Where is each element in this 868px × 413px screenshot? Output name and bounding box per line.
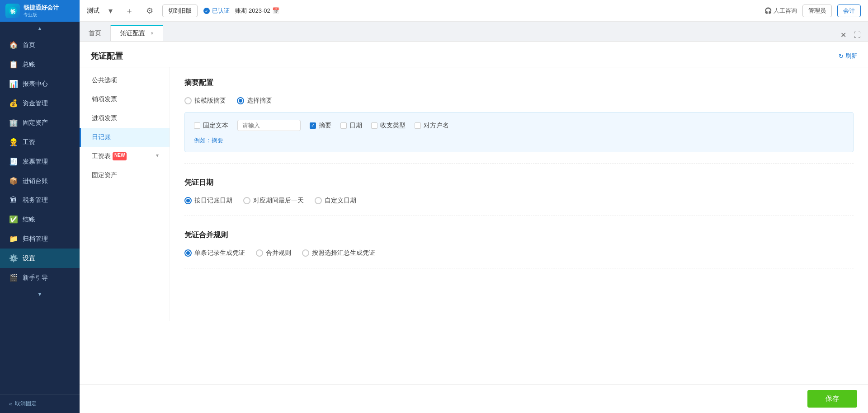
sidebar-icon: 👷 — [9, 138, 18, 146]
radio-circle — [184, 249, 192, 257]
merge-radio-0[interactable]: 单条记录生成凭证 — [184, 249, 245, 257]
config-sidebar-item-日记账[interactable]: 日记账 — [80, 128, 170, 147]
period-info: 账期 2023-02 📅 — [235, 7, 279, 15]
date-section: 凭证日期 按日记账日期对应期间最后一天自定义日期 — [184, 178, 854, 216]
sidebar-item-进销台账[interactable]: 📦进销台账 — [0, 171, 80, 191]
config-sidebar-item-销项发票[interactable]: 销项发票 — [80, 90, 170, 109]
svg-text:✓: ✓ — [205, 9, 208, 14]
sidebar-label: 固定资产 — [23, 119, 48, 127]
summary-title: 摘要配置 — [184, 78, 854, 88]
sidebar-item-报表中心[interactable]: 📊报表中心 — [0, 74, 80, 94]
summary-radio-1[interactable]: 选择摘要 — [237, 97, 272, 105]
summary-checkbox-固定文本[interactable]: 固定文本 — [194, 122, 228, 130]
cancel-fixed-btn[interactable]: « 取消固定 — [0, 394, 80, 413]
add-btn[interactable]: ＋ — [122, 4, 137, 18]
config-sidebar-item-工资表[interactable]: 工资表NEW▾ — [80, 147, 170, 166]
config-sidebar: 公共选项销项发票进项发票日记账工资表NEW▾固定资产 — [80, 67, 170, 321]
page-content: 凭证配置 ↻ 刷新 公共选项销项发票进项发票日记账工资表NEW▾固定资产 — [80, 42, 868, 413]
tab-expand-btn[interactable]: ⛶ — [852, 29, 863, 41]
date-title: 凭证日期 — [184, 178, 854, 188]
sidebar-item-设置[interactable]: ⚙️设置 — [0, 249, 80, 268]
sidebar-label: 设置 — [23, 254, 35, 263]
consult-btn[interactable]: 🎧 人工咨询 — [764, 7, 797, 15]
page-inner: 凭证配置 ↻ 刷新 公共选项销项发票进项发票日记账工资表NEW▾固定资产 — [80, 42, 868, 413]
sidebar-icon: 🏛 — [9, 196, 18, 204]
refresh-btn[interactable]: ↻ 刷新 — [839, 52, 857, 60]
settings-btn[interactable]: ⚙ — [142, 4, 157, 18]
logo-text: 畅捷通好会计 — [24, 4, 59, 12]
sidebar-item-工资[interactable]: 👷工资 — [0, 132, 80, 152]
config-layout: 公共选项销项发票进项发票日记账工资表NEW▾固定资产 摘要配置 按模版摘要选择摘… — [80, 67, 868, 321]
radio-circle — [315, 197, 322, 204]
accountant-btn[interactable]: 会计 — [837, 5, 861, 17]
sidebar-icon: 📊 — [9, 80, 18, 88]
tab-actions: ✕ ⛶ — [833, 29, 868, 41]
date-radio-2[interactable]: 自定义日期 — [315, 197, 356, 205]
tab-close-window-btn[interactable]: ✕ — [839, 29, 848, 41]
switch-version-btn[interactable]: 切到旧版 — [162, 5, 198, 17]
sidebar-item-发票管理[interactable]: 🧾发票管理 — [0, 152, 80, 171]
svg-text:畅: 畅 — [10, 9, 15, 14]
save-bar: 保存 — [80, 384, 868, 413]
checkbox-box — [415, 122, 421, 129]
date-radio-0[interactable]: 按日记账日期 — [184, 197, 232, 205]
tab-bar: 首页 凭证配置 × ✕ ⛶ — [80, 22, 868, 42]
tab-home[interactable]: 首页 — [80, 26, 110, 41]
sidebar-item-税务管理[interactable]: 🏛税务管理 — [0, 191, 80, 210]
sidebar-item-结账[interactable]: ✅结账 — [0, 210, 80, 229]
sidebar-label: 首页 — [23, 41, 35, 49]
radio-circle — [237, 97, 244, 104]
certified-badge: ✓ 已认证 — [203, 7, 230, 15]
workspace-dropdown[interactable]: ▾ — [105, 4, 116, 18]
config-sidebar-item-公共选项[interactable]: 公共选项 — [80, 71, 170, 90]
sidebar-item-新手引导[interactable]: 🎬新手引导 — [0, 268, 80, 287]
sidebar-item-固定资产[interactable]: 🏢固定资产 — [0, 113, 80, 132]
sidebar-scroll-down[interactable]: ▼ — [0, 287, 80, 301]
sidebar-icon: 📦 — [9, 177, 18, 185]
top-right: 🎧 人工咨询 管理员 会计 — [764, 5, 861, 17]
sidebar-icon: 📁 — [9, 235, 18, 243]
sidebar-icon: ⚙️ — [9, 254, 18, 263]
date-radio-1[interactable]: 对应期间最后一天 — [243, 197, 304, 205]
checkbox-box — [371, 122, 377, 129]
checkbox-box — [340, 122, 347, 129]
sidebar-label: 归档管理 — [23, 235, 48, 243]
page-header: 凭证配置 ↻ 刷新 — [80, 42, 868, 67]
summary-radio-0[interactable]: 按模版摘要 — [184, 97, 226, 105]
fixed-text-input[interactable] — [237, 120, 301, 131]
tab-close-btn[interactable]: × — [151, 30, 154, 37]
merge-section: 凭证合并规则 单条记录生成凭证合并规则按照选择汇总生成凭证 — [184, 230, 854, 268]
save-btn[interactable]: 保存 — [807, 390, 857, 408]
radio-circle — [302, 249, 309, 257]
sidebar-item-资金管理[interactable]: 💰资金管理 — [0, 94, 80, 113]
merge-radio-1[interactable]: 合并规则 — [256, 249, 291, 257]
summary-checkbox-对方户名[interactable]: 对方户名 — [415, 122, 449, 130]
summary-example: 例如：摘要 — [194, 136, 844, 145]
sidebar-label: 资金管理 — [23, 99, 48, 108]
sidebar-icon: 🧾 — [9, 157, 18, 166]
logo-icon: 畅 — [5, 4, 20, 18]
logo-sub: 专业版 — [24, 12, 59, 18]
new-badge: NEW — [113, 152, 127, 160]
sidebar-label: 进销台账 — [23, 177, 48, 185]
summary-checkbox-摘要[interactable]: 摘要 — [310, 122, 331, 130]
config-sidebar-item-进项发票[interactable]: 进项发票 — [80, 109, 170, 128]
sidebar-icon: 🏢 — [9, 118, 18, 127]
summary-checkbox-日期[interactable]: 日期 — [340, 122, 362, 130]
sidebar-icon: 🎬 — [9, 273, 18, 282]
merge-radio-2[interactable]: 按照选择汇总生成凭证 — [302, 249, 375, 257]
sidebar-item-归档管理[interactable]: 📁归档管理 — [0, 229, 80, 249]
sidebar-item-首页[interactable]: 🏠首页 — [0, 35, 80, 55]
manager-btn[interactable]: 管理员 — [802, 5, 832, 17]
tab-voucher-config[interactable]: 凭证配置 × — [110, 25, 163, 41]
config-sidebar-item-固定资产[interactable]: 固定资产 — [80, 166, 170, 185]
summary-checkboxes-row: 固定文本摘要日期收支类型对方户名 — [194, 120, 844, 131]
summary-checkbox-收支类型[interactable]: 收支类型 — [371, 122, 406, 130]
page-title: 凭证配置 — [90, 51, 123, 61]
workspace-name: 测试 — [87, 7, 99, 15]
sidebar-label: 新手引导 — [23, 274, 48, 282]
sidebar-item-总账[interactable]: 📋总账 — [0, 55, 80, 74]
summary-section: 摘要配置 按模版摘要选择摘要 固定文本摘要日期收支类型对方户名 例如：摘要 — [184, 78, 854, 164]
merge-radio-group: 单条记录生成凭证合并规则按照选择汇总生成凭证 — [184, 249, 854, 257]
sidebar-scroll-up[interactable]: ▲ — [0, 22, 80, 35]
